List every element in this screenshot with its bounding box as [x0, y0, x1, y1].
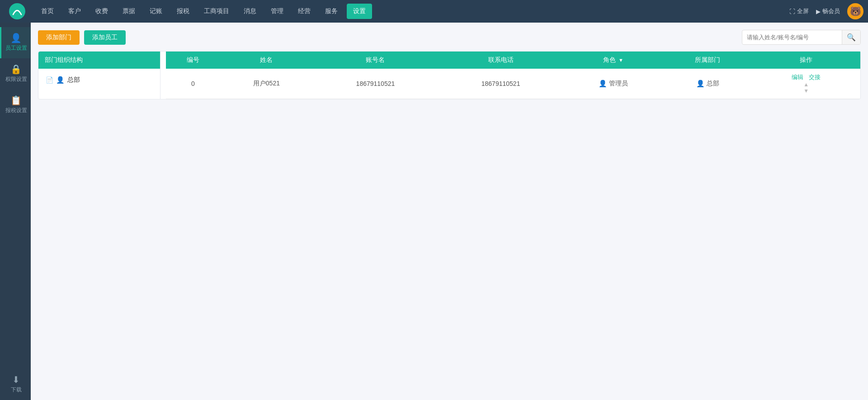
dept-label: 总部 [707, 80, 719, 88]
download-icon: ⬇ [12, 375, 20, 384]
dept-tree-body: 📄 👤 总部 [38, 69, 160, 91]
layout: 👤 员工设置 🔒 权限设置 📋 报税设置 ⬇ 下载 添加部门 添加员工 [0, 23, 868, 400]
top-nav: 首页 客户 收费 票据 记账 报税 工商项目 消息 管理 经营 服务 设置 ⛶ … [0, 0, 868, 23]
role-filter-icon: ▼ [618, 57, 623, 63]
table-body: 0 用户0521 18679110521 18679110521 👤 管理员 [166, 69, 860, 99]
role-icon: 👤 [599, 80, 607, 88]
search-button[interactable]: 🔍 [842, 30, 860, 44]
sidebar-item-tax-settings[interactable]: 📋 报税设置 [0, 89, 31, 121]
dept-user-icon: 👤 [56, 76, 65, 84]
nav-message[interactable]: 消息 [236, 0, 264, 23]
permission-icon: 🔒 [10, 65, 22, 74]
sidebar-label-tax: 报税设置 [5, 107, 27, 114]
nav-bookkeeping[interactable]: 记账 [142, 0, 170, 23]
nav-items: 首页 客户 收费 票据 记账 报税 工商项目 消息 管理 经营 服务 设置 [34, 0, 789, 23]
nav-bill[interactable]: 票据 [115, 0, 142, 23]
membership-label: 畅会员 [822, 7, 840, 15]
search-input[interactable] [742, 31, 842, 43]
nav-right: ⛶ 全屏 ▶ 畅会员 🐻 [789, 3, 863, 19]
cell-id: 0 [166, 69, 220, 99]
col-name: 姓名 [220, 52, 313, 69]
nav-home[interactable]: 首页 [34, 0, 61, 23]
dept-badge: 👤 总部 [696, 80, 719, 88]
fullscreen-btn[interactable]: ⛶ 全屏 [789, 7, 809, 15]
cell-phone: 18679110521 [438, 69, 563, 99]
nav-customer[interactable]: 客户 [61, 0, 88, 23]
sidebar-item-employee[interactable]: 👤 员工设置 [0, 27, 31, 58]
edit-link[interactable]: 编辑 [792, 74, 803, 80]
membership-icon: ▶ [816, 8, 821, 15]
dept-file-icon: 📄 [46, 76, 53, 84]
content-panel: 部门组织结构 📄 👤 总部 编号 [38, 51, 861, 99]
table-header-row: 编号 姓名 账号名 联系电话 角 [166, 52, 860, 69]
sidebar-label-download: 下载 [11, 386, 22, 394]
dept-node-label: 总部 [67, 76, 80, 84]
svg-point-0 [9, 3, 25, 19]
dept-yellow-icon: 👤 [696, 80, 705, 88]
sidebar-label-employee: 员工设置 [5, 44, 27, 52]
sidebar: 👤 员工设置 🔒 权限设置 📋 报税设置 ⬇ 下载 [0, 23, 31, 400]
nav-tax[interactable]: 报税 [170, 0, 197, 23]
cell-actions: 编辑 交接 ▲▼ [752, 69, 860, 99]
role-label: 管理员 [609, 80, 628, 88]
membership-btn[interactable]: ▶ 畅会员 [816, 7, 840, 15]
nav-manage[interactable]: 管理 [264, 0, 291, 23]
dept-tree-header: 部门组织结构 [38, 52, 160, 69]
sidebar-label-permission: 权限设置 [5, 75, 27, 83]
fullscreen-icon: ⛶ [789, 8, 795, 15]
fullscreen-label: 全屏 [797, 7, 809, 15]
role-badge: 👤 管理员 [599, 80, 628, 88]
cell-name: 用户0521 [220, 69, 313, 99]
employee-table: 编号 姓名 账号名 联系电话 角 [166, 52, 860, 99]
col-phone: 联系电话 [438, 52, 563, 69]
logo [5, 3, 29, 19]
col-account: 账号名 [313, 52, 438, 69]
employee-icon: 👤 [10, 33, 22, 42]
cell-dept: 👤 总部 [663, 69, 752, 99]
sidebar-item-permission[interactable]: 🔒 权限设置 [0, 58, 31, 89]
table-head: 编号 姓名 账号名 联系电话 角 [166, 52, 860, 69]
table: 编号 姓名 账号名 联系电话 角 [166, 52, 860, 99]
add-dept-button[interactable]: 添加部门 [38, 30, 80, 45]
nav-business[interactable]: 工商项目 [197, 0, 236, 23]
col-role[interactable]: 角色 ▼ [563, 52, 663, 69]
add-employee-button[interactable]: 添加员工 [84, 30, 126, 45]
logo-icon [9, 3, 25, 19]
cell-role: 👤 管理员 [563, 69, 663, 99]
table-row: 0 用户0521 18679110521 18679110521 👤 管理员 [166, 69, 860, 99]
sidebar-bottom: ⬇ 下载 [0, 369, 31, 400]
col-action: 操作 [752, 52, 860, 69]
search-icon: 🔍 [847, 33, 856, 41]
search-box: 🔍 [742, 30, 861, 45]
main-content: 添加部门 添加员工 🔍 部门组织结构 📄 👤 总部 [31, 23, 868, 400]
toolbar: 添加部门 添加员工 🔍 [38, 30, 861, 45]
avatar[interactable]: 🐻 [847, 3, 863, 19]
tax-settings-icon: 📋 [10, 96, 22, 105]
nav-charge[interactable]: 收费 [88, 0, 115, 23]
cell-account: 18679110521 [313, 69, 438, 99]
sidebar-item-download[interactable]: ⬇ 下载 [0, 369, 31, 400]
dept-tree: 部门组织结构 📄 👤 总部 [38, 52, 160, 99]
col-dept: 所属部门 [663, 52, 752, 69]
scroll-arrows[interactable]: ▲▼ [755, 81, 857, 94]
nav-operation[interactable]: 经营 [291, 0, 318, 23]
col-id: 编号 [166, 52, 220, 69]
nav-service[interactable]: 服务 [318, 0, 345, 23]
dept-node-root[interactable]: 📄 👤 总部 [44, 73, 155, 87]
transfer-link[interactable]: 交接 [809, 74, 821, 80]
nav-settings[interactable]: 设置 [347, 4, 372, 19]
